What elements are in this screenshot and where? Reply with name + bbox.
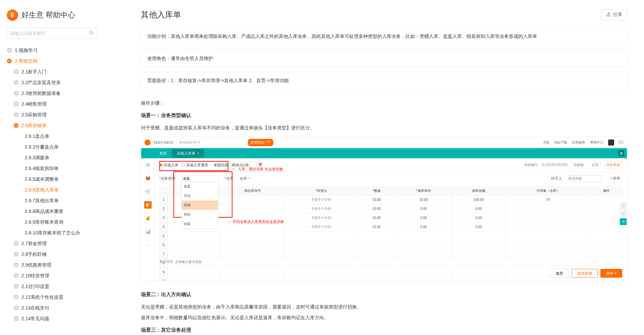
scr-link-help[interactable]: 帮助中心: [590, 139, 603, 146]
scr-nav-icon-3[interactable]: 🛒: [144, 188, 152, 195]
plus-icon: [13, 69, 19, 74]
dropdown-opt-4[interactable]: 组装: [182, 219, 218, 229]
sidebar-item-10[interactable]: 2.6.3调拨单: [7, 152, 97, 163]
path-label: 页面路径：: [147, 78, 171, 83]
scr-nav-icon-2[interactable]: 📦: [144, 174, 152, 182]
scr-link-service[interactable]: 应用服务: [572, 139, 585, 146]
share-button[interactable]: 分享: [601, 9, 627, 20]
close-icon[interactable]: ×: [197, 150, 199, 157]
sidebar-item-label: 2.2产品安装及登录: [21, 77, 61, 88]
sidebar-item-24[interactable]: 2.13在线支付: [7, 302, 97, 313]
handler-input[interactable]: [568, 175, 602, 182]
scr-avatar-icon[interactable]: [608, 139, 614, 146]
sidebar-item-17[interactable]: 2.6.10库存账本错了怎么办: [7, 227, 97, 238]
sidebar-item-15[interactable]: 2.6.8商品成本重算: [7, 206, 97, 217]
scr-nav-icon-4[interactable]: ◧: [144, 201, 152, 209]
scr-link-app[interactable]: App下载: [554, 139, 567, 146]
sidebar-item-5[interactable]: 2.4销售管理: [7, 99, 97, 109]
sidebar-item-7[interactable]: 2.6库存核算: [7, 120, 97, 131]
table-row[interactable]: 5: [160, 232, 622, 241]
sidebar-item-11[interactable]: 2.6.4组装拆卸单: [7, 163, 97, 174]
scene1-p1: 对于受赠、盘盈或是拆装入库等不同的业务，是通过单据头【业务类型】进行区分。: [141, 123, 627, 132]
scr-tag-history[interactable]: 历史单据: [604, 161, 622, 169]
gear-icon[interactable]: ⚙: [618, 150, 624, 156]
dropdown-opt-0[interactable]: 盘盈: [182, 182, 218, 191]
scr-link-msg[interactable]: 消息: [543, 139, 550, 146]
sidebar-item-14[interactable]: 2.6.7其他出库单: [7, 195, 97, 206]
sidebar-item-13[interactable]: 2.6.6其他入库单: [7, 184, 97, 195]
dropdown-opt-1[interactable]: 其他: [182, 191, 218, 201]
scr-tab-home[interactable]: 首页: [155, 149, 171, 158]
table-header: *存货位: [284, 186, 358, 196]
sidebar-item-21[interactable]: 2.10经营管理: [7, 270, 97, 281]
scr-radio-return[interactable]: 其他入库退库: [182, 161, 208, 169]
sidebar-item-16[interactable]: 2.6.9库存账本查询: [7, 217, 97, 227]
sidebar-item-label: 2.6.7其他出库单: [25, 195, 59, 206]
sidebar-item-20[interactable]: 2.9优惠券管理: [7, 260, 97, 270]
svg-point-0: [90, 31, 93, 34]
dropdown-opt-3[interactable]: 拆卸: [182, 210, 218, 219]
plus-icon: [13, 112, 19, 117]
plus-icon: [7, 48, 12, 53]
sidebar-item-label: 2.14常见问题: [21, 313, 49, 324]
scr-tab-current[interactable]: 其他入库单×: [172, 149, 204, 158]
logo-icon: 6: [7, 9, 18, 21]
sidebar-item-23[interactable]: 2.12系统个性化设置: [7, 292, 97, 302]
scr-note-input[interactable]: [173, 258, 622, 266]
sidebar-item-2[interactable]: 2.1新手入门: [7, 66, 97, 77]
search-input[interactable]: [7, 27, 97, 39]
sidebar-item-25[interactable]: 2.14常见问题: [7, 313, 97, 324]
sidebar-item-label: 2.13在线支付: [21, 302, 49, 313]
table-row[interactable]: 6: [160, 241, 622, 250]
scr-nav-icon-6[interactable]: 📊: [144, 228, 152, 235]
sidebar-item-3[interactable]: 2.2产品安装及登录: [7, 77, 97, 88]
scr-nav-icon-7[interactable]: ⋯: [144, 241, 152, 249]
table-header: 成本金额: [452, 186, 505, 196]
widget-3[interactable]: ⇲: [620, 218, 627, 225]
scr-nav-icon-1[interactable]: ▦: [144, 161, 152, 168]
sidebar-item-label: 2.7资金管理: [21, 238, 47, 249]
sidebar-item-0[interactable]: 1.视频学习: [7, 45, 97, 56]
intro-label: 功能介绍：: [147, 34, 171, 39]
scr-topbar: TEST-HSY2 搜索商品/单号 搜索商品一下 消息 App下载 应用服务 帮…: [141, 137, 627, 148]
widget-2[interactable]: ◰: [620, 210, 627, 217]
minus-icon: [7, 58, 12, 64]
sidebar-item-4[interactable]: 2.3使用前数据准备: [7, 88, 97, 99]
sidebar-item-9[interactable]: 2.6.2分量盘点单: [7, 142, 97, 152]
plus-icon: [13, 252, 19, 257]
sidebar-item-12[interactable]: 2.6.5成本调整单: [7, 174, 97, 184]
share-label: 分享: [613, 12, 622, 18]
sidebar-item-1[interactable]: 2.帮助文档: [7, 56, 97, 66]
scr-search-input[interactable]: 搜索商品/单号: [176, 139, 247, 146]
intro-box: 功能介绍：其他入库单用来处理除采购入库、产成品入库之外的其他入库业务，因此其他入…: [141, 27, 627, 46]
page-title: 其他入库单: [141, 9, 181, 20]
add-button[interactable]: + 新增: [608, 174, 622, 183]
dropdown-opt-2[interactable]: 受赠: [182, 201, 218, 210]
sidebar-item-22[interactable]: 2.11打印设置: [7, 281, 97, 292]
biz-type-dropdown[interactable]: 盘盈 其他 受赠 拆卸 组装: [181, 175, 218, 182]
sidebar-item-8[interactable]: 2.6.1盘点单: [7, 131, 97, 142]
biz-type-input[interactable]: [181, 175, 218, 182]
save-add-button[interactable]: 保存新增: [572, 269, 598, 278]
widget-1[interactable]: ◫: [620, 202, 627, 209]
scr-search-button[interactable]: 搜索商品一下: [248, 139, 273, 146]
scr-tag-custom[interactable]: 定制: [589, 161, 601, 169]
svg-line-1: [92, 33, 93, 34]
sidebar-item-19[interactable]: 2.8手机旺铺: [7, 249, 97, 260]
sidebar-item-label: 2.6.2分量盘点单: [25, 142, 59, 152]
plus-icon: [13, 316, 19, 321]
nav-list: 1.视频学习2.帮助文档2.1新手入门2.2产品安装及登录2.3使用前数据准备2…: [7, 45, 97, 324]
sidebar-item-18[interactable]: 2.7资金管理: [7, 238, 97, 249]
scr-tag-shortcut[interactable]: 快捷键: [571, 161, 586, 169]
content-section: 操作步骤： 场景一：业务类型确认 对于受赠、盘盈或是拆装入库等不同的业务，是通过…: [141, 98, 627, 335]
scr-button-row: 放弃 保存新增 保存: [550, 269, 622, 278]
table-row[interactable]: 2个(1个 = 1个)10.000.000.00: [160, 205, 622, 214]
plus-icon: [13, 101, 19, 107]
scr-radio-in[interactable]: 其他入库: [159, 161, 178, 169]
search-icon[interactable]: [89, 31, 94, 36]
sidebar-item-6[interactable]: 2.5采购管理: [7, 109, 97, 120]
save-button[interactable]: 保存: [600, 269, 622, 278]
table-row[interactable]: 1个(1个 = 1个)10.0010.00100.0079: [160, 196, 622, 205]
cancel-button[interactable]: 放弃: [550, 269, 569, 278]
scr-nav-icon-5[interactable]: 💰: [144, 215, 152, 222]
